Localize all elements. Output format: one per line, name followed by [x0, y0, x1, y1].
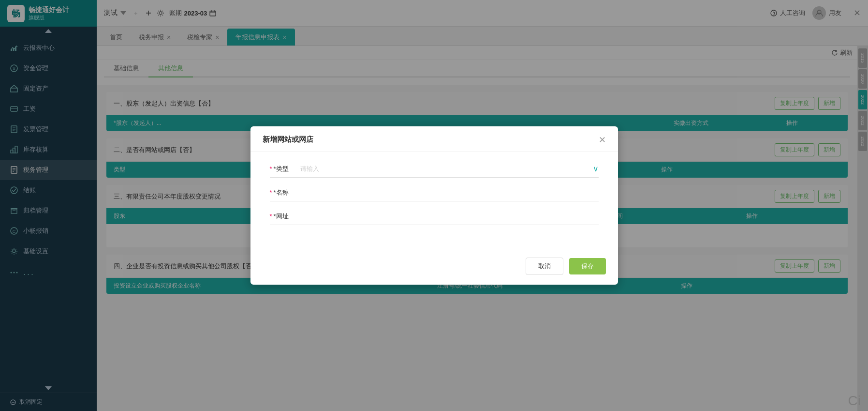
- form-label-name: **名称: [270, 188, 292, 197]
- form-field-url: **网址: [270, 212, 599, 225]
- type-input[interactable]: [300, 165, 588, 172]
- modal-title: 新增网站或网店: [263, 135, 313, 144]
- modal-close-btn[interactable]: ✕: [599, 136, 606, 144]
- modal-header: 新增网站或网店 ✕: [250, 126, 618, 152]
- form-label-type: **类型: [270, 165, 292, 173]
- form-row-type: **类型 ∨: [270, 164, 599, 178]
- modal-body: **类型 ∨ **名称 **网址: [250, 152, 618, 250]
- save-btn[interactable]: 保存: [569, 258, 606, 274]
- form-field-name: **名称: [270, 188, 599, 201]
- cancel-btn[interactable]: 取消: [526, 258, 563, 275]
- modal-add-website: 新增网站或网店 ✕ **类型 ∨ **名称: [250, 126, 618, 285]
- form-row-url: **网址: [270, 212, 599, 225]
- form-label-url: **网址: [270, 212, 292, 221]
- form-field-type: **类型 ∨: [270, 164, 599, 178]
- form-row-name: **名称: [270, 188, 599, 201]
- name-input[interactable]: [300, 189, 599, 197]
- modal-footer: 取消 保存: [250, 250, 618, 285]
- url-input[interactable]: [300, 213, 599, 220]
- modal-overlay: 新增网站或网店 ✕ **类型 ∨ **名称: [0, 0, 868, 411]
- type-dropdown-icon[interactable]: ∨: [593, 164, 599, 173]
